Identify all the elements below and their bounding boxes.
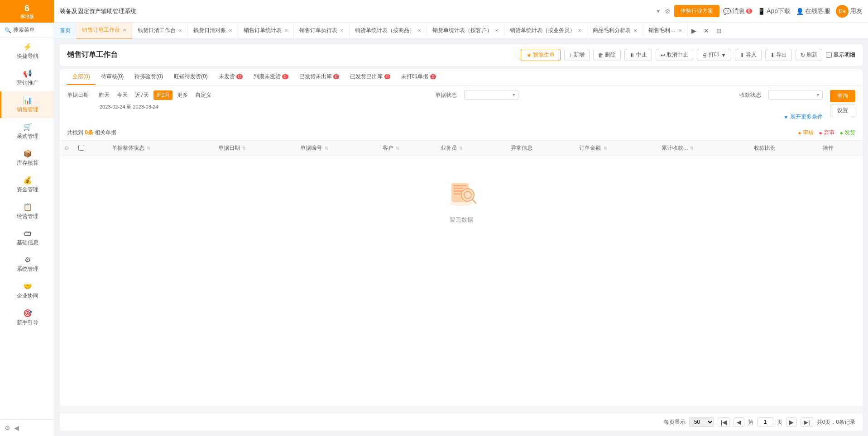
cancel-pause-btn[interactable]: ↩ 取消中止 [656, 49, 693, 61]
column-settings-icon[interactable]: ⚙ [64, 145, 69, 152]
cancel-action-btn[interactable]: ● 弃审 [819, 129, 834, 137]
tab-close-icon[interactable]: ✕ [633, 28, 637, 33]
sort-icon[interactable]: ⇅ [396, 146, 399, 151]
pause-btn[interactable]: ⏸ 中止 [624, 49, 652, 61]
page-next-btn[interactable]: ▶ [786, 417, 797, 427]
sidebar-item-sales[interactable]: 📊 销售管理 [0, 91, 54, 118]
tab-close-icon[interactable]: ✕ [229, 28, 232, 33]
date-option-custom[interactable]: 自定义 [192, 90, 214, 100]
tab-home[interactable]: 首页 [54, 23, 77, 39]
import-btn[interactable]: ⬆ 导入 [735, 49, 762, 61]
settings-filter-btn[interactable]: 设置 [830, 104, 855, 117]
sub-tab-overdue-unshipped[interactable]: 到期未发货 0 [248, 69, 294, 85]
sub-tab-pending-review[interactable]: 待审核(0) [96, 69, 129, 85]
sort-icon[interactable]: ⇅ [242, 146, 246, 151]
sidebar-item-inventory[interactable]: 📦 库存核算 [0, 145, 54, 171]
sub-tab-shipped-not-out[interactable]: 已发货未出库 0 [294, 69, 345, 85]
sidebar-item-management[interactable]: 📋 经营管理 [0, 198, 54, 225]
sidebar-item-basic-info[interactable]: 🗃 基础信息 [0, 225, 54, 251]
tab-close-icon[interactable]: ✕ [178, 28, 182, 33]
tab-sales-workbench[interactable]: 销售订单工作台 ✕ [77, 23, 132, 39]
dropdown-arrow-icon[interactable]: ▼ [656, 8, 661, 14]
date-option-1month[interactable]: 近1月 [153, 90, 173, 100]
tab-close-icon[interactable]: ✕ [340, 28, 344, 33]
sub-tab-all[interactable]: 全部(0) [67, 69, 96, 85]
export-btn[interactable]: ⬇ 导出 [765, 49, 792, 61]
online-service-btn[interactable]: 👤 在线客服 [796, 7, 830, 15]
sidebar-item-enterprise[interactable]: 🤝 企业协同 [0, 278, 54, 304]
tab-sales-product[interactable]: 销货单统计表（按商品） ✕ [350, 23, 427, 39]
sub-tab-unshipped[interactable]: 未发货 0 [213, 69, 248, 85]
sub-tab-unprinted[interactable]: 未打印单据 0 [396, 69, 441, 85]
settings-icon[interactable]: ⚙ [665, 8, 671, 15]
sort-icon[interactable]: ⇅ [604, 146, 607, 151]
show-detail-checkbox[interactable] [826, 52, 832, 58]
sub-tab-shipped-out[interactable]: 已发货已出库 0 [345, 69, 396, 85]
delete-btn[interactable]: 🗑 删除 [593, 49, 621, 61]
record-count: 0条 [85, 129, 93, 136]
print-btn[interactable]: 🖨 打印 ▼ [697, 49, 731, 61]
tab-sales-gross[interactable]: 销售毛利… ✕ [643, 23, 688, 39]
tab-sales-exec[interactable]: 销售订单执行表 ✕ [294, 23, 350, 39]
tab-sales-stats[interactable]: 销售订单统计表 ✕ [238, 23, 294, 39]
tab-cash-reconcile[interactable]: 钱货日清对账 ✕ [188, 23, 238, 39]
show-detail-toggle[interactable]: 显示明细 [826, 51, 855, 59]
date-option-more[interactable]: 更多 [174, 90, 191, 100]
page-size-select[interactable]: 10 20 50 100 [689, 417, 714, 427]
tab-close-icon[interactable]: ✕ [417, 28, 421, 33]
show-detail-label: 显示明细 [834, 51, 855, 59]
tab-close-icon[interactable]: ✕ [123, 28, 126, 33]
app-download-btn[interactable]: 📱 App下载 [758, 7, 791, 15]
tab-cash-daily[interactable]: 钱货日清工作台 ✕ [132, 23, 188, 39]
sort-icon[interactable]: ⇅ [690, 146, 694, 151]
total-info: 共0页，0条记录 [817, 418, 855, 426]
newbie-icon: 🎯 [23, 309, 32, 318]
settings-bottom-icon[interactable]: ⚙ [5, 424, 10, 431]
sidebar-item-system[interactable]: ⚙ 系统管理 [0, 251, 54, 278]
tab-gross-profit[interactable]: 商品毛利分析表 ✕ [587, 23, 643, 39]
sidebar-item-finance[interactable]: 💰 资金管理 [0, 171, 54, 198]
status-select[interactable] [464, 90, 518, 100]
sidebar-item-marketing[interactable]: 📢 营销推广 [0, 65, 54, 91]
sort-icon[interactable]: ⇅ [459, 146, 463, 151]
tab-scroll-right-icon[interactable]: ▶ [688, 27, 700, 34]
date-option-yesterday[interactable]: 昨天 [96, 90, 112, 100]
add-btn[interactable]: + 新增 [564, 49, 590, 61]
expand-filter-btn[interactable]: ▼ 展开更多条件 [783, 113, 823, 121]
page-input[interactable] [757, 417, 773, 427]
smart-btn[interactable]: ★ 智能生单 [521, 49, 561, 61]
tab-close-icon[interactable]: ✕ [578, 28, 581, 33]
page-first-btn[interactable]: |◀ [718, 417, 730, 427]
query-btn[interactable]: 查询 [830, 90, 855, 102]
date-option-7days[interactable]: 近7天 [132, 90, 152, 100]
user-menu[interactable]: Ea 用友 [836, 5, 863, 18]
sidebar-item-search[interactable]: 🔍 搜索菜单 [0, 23, 54, 38]
tab-close-icon[interactable]: ✕ [284, 28, 288, 33]
sidebar-item-purchase[interactable]: 🛒 采购管理 [0, 118, 54, 145]
tab-close-all-icon[interactable]: ✕ [700, 27, 713, 34]
sub-tab-wangpu-ship[interactable]: 旺铺待发货(0) [168, 69, 213, 85]
sidebar-item-quick-nav[interactable]: ⚡ 快捷导航 [0, 38, 54, 65]
messages-btn[interactable]: 💬 消息 6 [723, 7, 753, 15]
tab-sales-salesperson[interactable]: 销货单统计表（按业务员） ✕ [504, 23, 587, 39]
tab-close-icon[interactable]: ✕ [678, 28, 682, 33]
date-option-today[interactable]: 今天 [114, 90, 130, 100]
industry-btn[interactable]: 体验行业方案 [674, 5, 719, 17]
page-actions: ★ 智能生单 + 新增 🗑 删除 ⏸ 中止 ↩ 取消中止 [521, 49, 855, 61]
page-prev-btn[interactable]: ◀ [734, 417, 744, 427]
page-last-btn[interactable]: ▶| [801, 417, 813, 427]
tab-close-icon[interactable]: ✕ [495, 28, 499, 33]
sort-icon[interactable]: ⇅ [325, 146, 328, 151]
horizontal-scrollbar[interactable] [60, 406, 863, 413]
sidebar-item-newbie[interactable]: 🎯 新手引导 [0, 304, 54, 331]
collapse-icon[interactable]: ◀ [14, 424, 19, 431]
refresh-btn[interactable]: ↻ 刷新 [796, 49, 822, 61]
tab-expand-icon[interactable]: ⊡ [713, 27, 725, 34]
payment-select[interactable] [768, 90, 823, 100]
audit-action-btn[interactable]: ● 审核 [798, 129, 813, 137]
ship-action-btn[interactable]: ● 发货 [840, 129, 855, 137]
tab-sales-customer[interactable]: 销货单统计表（按客户） ✕ [427, 23, 504, 39]
sub-tab-pending-check[interactable]: 待拣验货(0) [129, 69, 168, 85]
select-all-checkbox[interactable] [78, 145, 84, 151]
sort-icon[interactable]: ⇅ [147, 146, 150, 151]
